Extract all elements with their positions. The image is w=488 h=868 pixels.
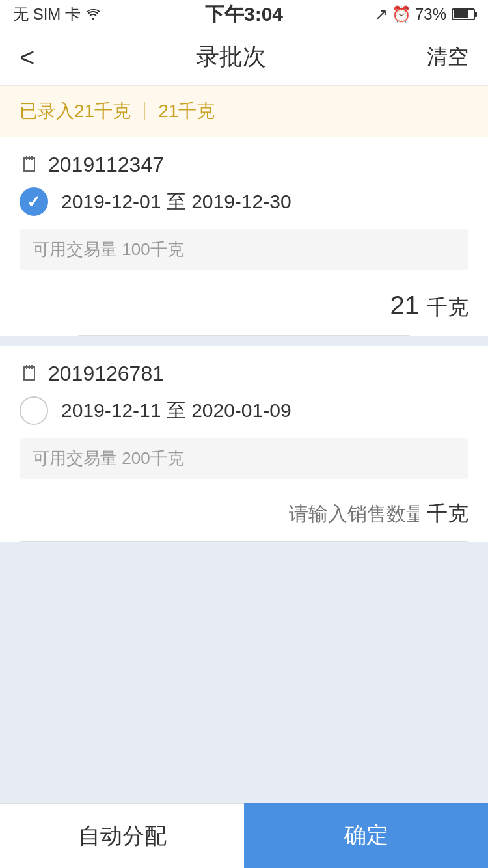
batch2-radio[interactable]	[20, 396, 48, 425]
batch2-availability: 可用交易量 200千克	[20, 438, 468, 479]
batch2-date: 2019-12-11 至 2020-01-09	[61, 398, 291, 424]
location-icon: ↗	[375, 5, 388, 23]
battery-percent: 73%	[415, 5, 446, 23]
batch2-header: 🗒 2019126781	[0, 346, 488, 392]
batch-card-2: 🗒 2019126781 2019-12-11 至 2020-01-09 可用交…	[0, 346, 488, 542]
batch2-row[interactable]: 2019-12-11 至 2020-01-09	[0, 392, 488, 431]
carrier-text: 无 SIM 卡	[13, 4, 81, 25]
wifi-icon	[86, 5, 100, 23]
batch1-unit: 千克	[427, 293, 468, 322]
section-separator-1	[0, 336, 488, 346]
auto-distribute-button[interactable]: 自动分配	[0, 803, 244, 868]
alarm-icon: ⏰	[392, 5, 411, 23]
batch1-amount-input[interactable]	[341, 291, 419, 320]
batch-card-1: 🗒 2019112347 2019-12-01 至 2019-12-30 可用交…	[0, 137, 488, 336]
status-time: 下午3:04	[205, 1, 283, 28]
status-left: 无 SIM 卡	[13, 4, 100, 25]
main-content: 🗒 2019112347 2019-12-01 至 2019-12-30 可用交…	[0, 137, 488, 868]
batch1-row[interactable]: 2019-12-01 至 2019-12-30	[0, 183, 488, 223]
bottom-bar: 自动分配 确定	[0, 803, 488, 868]
empty-area	[0, 542, 488, 828]
batch2-doc-icon: 🗒	[20, 362, 40, 386]
batch1-availability: 可用交易量 100千克	[20, 229, 468, 270]
batch2-id: 2019126781	[48, 362, 164, 386]
status-bar: 无 SIM 卡 下午3:04 ↗ ⏰ 73%	[0, 0, 488, 29]
batch1-radio[interactable]	[20, 187, 48, 216]
batch1-header: 🗒 2019112347	[0, 137, 488, 183]
batch2-qty-input[interactable]	[289, 503, 419, 525]
back-button[interactable]: <	[20, 44, 34, 70]
batch1-id: 2019112347	[48, 153, 164, 177]
batch1-doc-icon: 🗒	[20, 153, 40, 177]
battery-icon	[452, 8, 475, 20]
recorded-amount-tag: 已录入21千克	[20, 99, 131, 124]
batch2-qty-row: 千克	[0, 489, 488, 541]
page-title: 录批次	[196, 41, 266, 73]
info-banner: 已录入21千克 21千克	[0, 86, 488, 137]
confirm-button[interactable]: 确定	[244, 803, 488, 868]
nav-bar: < 录批次 清空	[0, 29, 488, 86]
recorded-amount-value: 21千克	[158, 99, 215, 124]
status-right: ↗ ⏰ 73%	[375, 5, 475, 23]
banner-divider	[144, 102, 145, 120]
clear-button[interactable]: 清空	[427, 43, 468, 72]
batch1-date: 2019-12-01 至 2019-12-30	[61, 189, 291, 215]
batch2-unit: 千克	[427, 500, 468, 528]
batch1-amount-row: 千克	[0, 280, 488, 335]
